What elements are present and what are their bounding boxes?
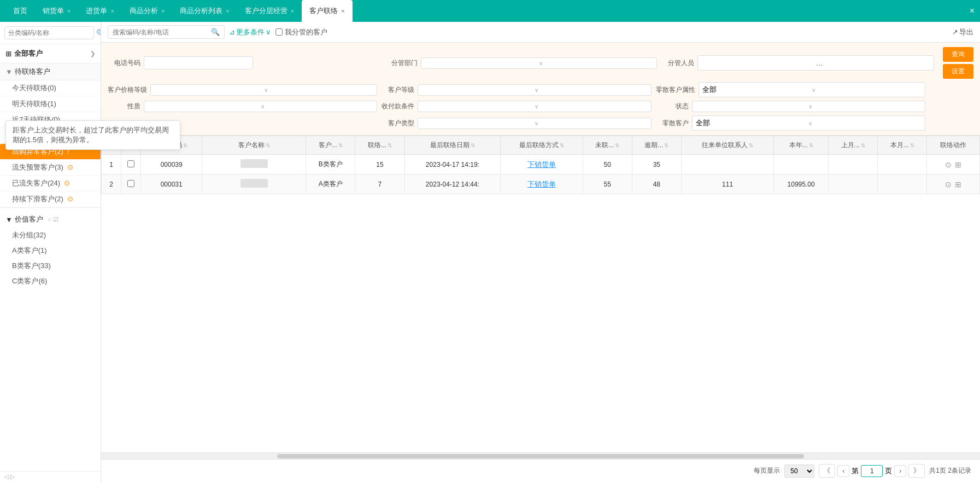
sidebar-item-b-class[interactable]: B类客户(33)	[0, 258, 101, 274]
filter-row-2: 客户价格等级 ∨ 客户等级 ∨ 零散客户属性 全部	[108, 82, 973, 97]
col-unit-contact[interactable]: 往来单位联系人⇅	[681, 136, 773, 155]
main-layout: 🔍 ⊞ 全部客户 ❯ ▼ 待联络客户 今天待联络(0) 明天待联络(1) 近7天…	[0, 22, 980, 482]
col-name[interactable]: 客户名称⇅	[202, 136, 306, 155]
link-action-icon[interactable]: ⊙	[945, 180, 952, 189]
nav-product-list[interactable]: 商品分析列表 ×	[172, 0, 237, 22]
payment-arrow-icon: ∨	[535, 103, 648, 109]
cell-last-month	[828, 175, 877, 194]
nav-purchase[interactable]: 进货单 ×	[78, 0, 121, 22]
more-action-icon[interactable]: ⊞	[955, 160, 961, 169]
cell-last-method[interactable]: 下销货单	[501, 155, 583, 175]
next-page-button[interactable]: ›	[894, 465, 906, 477]
col-overdue[interactable]: 逾期...⇅	[632, 136, 681, 155]
current-page-input[interactable]	[861, 465, 883, 477]
sidebar-item-churned[interactable]: 已流失客户(24) ⊙	[0, 176, 101, 191]
horizontal-scroll-thumb[interactable]	[277, 454, 805, 458]
per-page-select[interactable]: 50 100 200	[784, 464, 814, 478]
col-uncontacted[interactable]: 未联...⇅	[583, 136, 632, 155]
close-purchase-tab[interactable]: ×	[110, 8, 114, 14]
my-customers-checkbox[interactable]	[275, 28, 283, 36]
more-action-icon[interactable]: ⊞	[955, 180, 961, 189]
chevron-down-icon: ∨	[266, 28, 271, 36]
sidebar-item-ungroup[interactable]: 未分组(32)	[0, 228, 101, 243]
nature-select[interactable]: ∨	[144, 101, 377, 112]
nav-customer-contact[interactable]: 客户联络 ×	[302, 0, 352, 22]
link-action-icon[interactable]: ⊙	[945, 160, 952, 169]
last-page-button[interactable]: 》	[908, 464, 925, 478]
cell-this-month	[878, 155, 927, 175]
cell-this-month	[878, 175, 927, 194]
cell-checkbox[interactable]	[121, 155, 141, 175]
pending-group-header[interactable]: ▼ 待联络客户	[0, 63, 101, 80]
sidebar-item-declining[interactable]: 持续下滑客户(2) ⊙	[0, 191, 101, 207]
value-group-header[interactable]: ▼ 价值客户 ○ ☑	[0, 211, 101, 228]
search-icon[interactable]: 🔍	[211, 28, 220, 36]
search-input[interactable]	[113, 28, 211, 36]
close-product-list-tab[interactable]: ×	[226, 8, 229, 14]
export-button[interactable]: ↗ 导出	[952, 27, 973, 37]
filter-bar: 🔍 ⊿ 更多条件 ∨ 我分管的客户 ↗ 导出	[101, 22, 980, 43]
col-contacts[interactable]: 联络...⇅	[355, 136, 404, 155]
status-select[interactable]: ∨	[692, 101, 925, 112]
category-search-input[interactable]	[4, 26, 94, 39]
price-level-select[interactable]: ∨	[150, 84, 377, 96]
row-checkbox[interactable]	[127, 180, 134, 187]
col-type[interactable]: 客户...⇅	[306, 136, 355, 155]
first-page-button[interactable]: 《	[819, 464, 835, 478]
content-area: 🔍 ⊿ 更多条件 ∨ 我分管的客户 ↗ 导出 电话号码	[101, 22, 980, 482]
sidebar-item-today[interactable]: 今天待联络(0)	[0, 80, 101, 96]
collapse-sidebar-button[interactable]: ❯	[90, 50, 95, 57]
cell-last-method[interactable]: 下销货单	[501, 175, 583, 194]
customer-type-arrow-icon: ∨	[535, 120, 648, 126]
my-customers-toggle[interactable]: 我分管的客户	[275, 27, 327, 37]
settings-button[interactable]: 设置	[943, 64, 973, 79]
payment-select[interactable]: ∨	[418, 101, 651, 112]
prev-page-button[interactable]: ‹	[837, 465, 849, 477]
manager-select[interactable]: ...	[697, 55, 934, 71]
col-this-month[interactable]: 本月...⇅	[878, 136, 927, 155]
all-customers-header[interactable]: ⊞ 全部客户 ❯	[0, 44, 101, 63]
row-checkbox[interactable]	[127, 160, 134, 167]
table-row: 1 000039 B类客户 15 2023-04-17 14:19: 下销货单 …	[102, 155, 980, 175]
sidebar-section: ⊞ 全部客户 ❯ ▼ 待联络客户 今天待联络(0) 明天待联络(1) 近7天待联…	[0, 44, 101, 471]
customer-level-select[interactable]: ∨	[418, 84, 651, 96]
more-conditions-button[interactable]: ⊿ 更多条件 ∨	[229, 27, 271, 37]
phone-input[interactable]	[144, 56, 253, 69]
retail-attr-field: 零散客户属性 全部 ∨	[656, 82, 925, 97]
col-last-method[interactable]: 最后联络方式⇅	[501, 136, 583, 155]
horizontal-scrollbar[interactable]	[101, 452, 980, 459]
col-last-month[interactable]: 上月...⇅	[828, 136, 877, 155]
sidebar-bottom-arrows[interactable]: ◁ ▷	[4, 473, 15, 480]
nav-sales[interactable]: 销货单 ×	[35, 0, 78, 22]
query-button[interactable]: 查询	[943, 47, 973, 62]
category-search-button[interactable]: 🔍	[96, 29, 101, 37]
cell-checkbox[interactable]	[121, 175, 141, 194]
col-last-date[interactable]: 最后联络日期⇅	[404, 136, 501, 155]
price-level-arrow-icon: ∨	[264, 87, 374, 93]
manager-dots-button[interactable]: ...	[814, 58, 930, 68]
customer-type-select[interactable]: ∨	[418, 118, 651, 129]
cell-index: 2	[102, 175, 121, 194]
cell-this-year	[774, 155, 829, 175]
dept-arrow-icon: ∨	[539, 60, 653, 66]
nav-product-analysis[interactable]: 商品分析 ×	[122, 0, 172, 22]
sidebar-item-a-class[interactable]: A类客户(1)	[0, 243, 101, 258]
sidebar-item-c-class[interactable]: C类客户(6)	[0, 274, 101, 289]
advanced-filter: 电话号码 分管部门 ∨ 分管人员 ...	[101, 43, 980, 136]
close-product-analysis-tab[interactable]: ×	[161, 8, 165, 14]
close-sales-tab[interactable]: ×	[67, 8, 71, 14]
nav-home[interactable]: 首页	[5, 0, 35, 22]
close-customer-segment-tab[interactable]: ×	[291, 8, 294, 14]
sidebar-item-tomorrow[interactable]: 明天待联络(1)	[0, 96, 101, 112]
nav-customer-segment[interactable]: 客户分层经营 ×	[237, 0, 302, 22]
window-close-button[interactable]: ×	[970, 6, 975, 16]
close-customer-contact-tab[interactable]: ×	[341, 8, 344, 14]
col-this-year[interactable]: 本年...⇅	[774, 136, 829, 155]
sidebar-item-churn-warning[interactable]: 流失预警客户(3) ⊙	[0, 160, 101, 176]
table-wrapper[interactable]: ⚙ 客户编码⇅ 客户名称⇅ 客户...⇅ 联络...⇅ 最后联络日期⇅ 最后联络…	[101, 136, 980, 452]
value-group-icons[interactable]: ○ ☑	[48, 216, 58, 223]
retail-attr-select[interactable]: 全部 ∨	[699, 82, 925, 97]
retail-customer-select[interactable]: 全部 ∨	[692, 115, 925, 131]
dept-select[interactable]: ∨	[421, 57, 658, 69]
customer-table: ⚙ 客户编码⇅ 客户名称⇅ 客户...⇅ 联络...⇅ 最后联络日期⇅ 最后联络…	[101, 136, 980, 194]
